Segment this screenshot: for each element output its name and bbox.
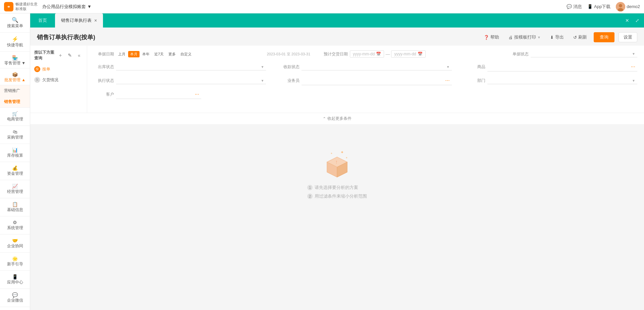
date-tab-thisyear[interactable]: 本年: [140, 51, 152, 57]
execution-arrow: ▼: [261, 79, 264, 83]
filter-date-field: 单据日期 上月 本月 本年 近7天 更多 自定义: [94, 51, 265, 57]
sidebar-item-system[interactable]: ⚙ 系统管理: [0, 216, 30, 235]
collapse-scheme-btn[interactable]: «: [75, 52, 83, 59]
sidebar-item-enterprise[interactable]: 🤝 企业协同: [0, 235, 30, 253]
scheme-item-overdue[interactable]: 欠 欠货情况: [30, 74, 87, 85]
divider: [30, 124, 644, 127]
delivery-label: 出库状态: [94, 64, 114, 70]
operations-icon: 📈: [12, 184, 18, 189]
top-bar: 畅捷通好生意 标准版 办公用品行业模拟账套 ▼ 💬 消息 📱 App下载: [0, 0, 644, 13]
print-btn[interactable]: 🖨 按模板打印 ▼: [506, 33, 543, 42]
sidebar-item-apps[interactable]: 📱 应用中心: [0, 271, 30, 289]
salesman-dots-btn[interactable]: ···: [445, 78, 449, 84]
page-header-actions: ❓ 帮助 🖨 按模板打印 ▼ ⬇ 导出 ↺ 刷新: [481, 32, 637, 42]
inventory-icon: 📊: [12, 147, 18, 153]
dept-select[interactable]: ▼: [487, 78, 637, 84]
date-tab-custom[interactable]: 自定义: [178, 51, 194, 57]
sidebar-item-finance[interactable]: 💰 资金管理: [0, 162, 30, 180]
dept-arrow: ▼: [632, 79, 635, 83]
product-dots-btn[interactable]: ···: [631, 64, 635, 70]
main-layout: 🔍 搜索菜单 ⚡ 快捷导航 🏪 零售管理 ▼ 📦 批发管理 ▲ 营销推广 销售管…: [0, 13, 644, 310]
tab-close-icon[interactable]: ×: [94, 18, 97, 23]
collection-select[interactable]: ▼: [302, 64, 451, 70]
purchase-icon: 🛍: [13, 129, 17, 135]
logo-area: 畅捷通好生意 标准版: [4, 2, 38, 11]
filter-salesman-field: 业务员 ···: [279, 76, 451, 85]
collapse-bar[interactable]: ⌃ 收起更多条件: [30, 113, 644, 124]
refresh-btn[interactable]: ↺ 刷新: [571, 33, 590, 42]
system-icon: ⚙: [13, 220, 17, 225]
logo-icon: [4, 2, 13, 11]
empty-text: 1 请先选择要分析的方案 2 用过滤条件来缩小分析范围: [307, 185, 367, 199]
help-btn[interactable]: ❓ 帮助: [481, 33, 502, 42]
sidebar-item-retail[interactable]: 🏪 零售管理 ▼: [0, 52, 30, 68]
app-selector-arrow: ▼: [87, 4, 92, 9]
refresh-icon: ↺: [573, 35, 577, 40]
tab-home[interactable]: 首页: [30, 13, 55, 28]
sidebar-item-search[interactable]: 🔍 搜索菜单: [0, 13, 30, 33]
tab-sales-order[interactable]: 销售订单执行表 ×: [55, 13, 103, 28]
quicknav-icon: ⚡: [12, 36, 18, 42]
settings-button[interactable]: 设置: [619, 32, 637, 42]
expected-date-start[interactable]: yyyy-mm-dd 📅: [350, 50, 384, 58]
filter-row-2: 出库状态 ▼ 收款状态 ▼: [94, 62, 637, 71]
status-select[interactable]: ▼: [531, 51, 637, 57]
export-icon: ⬇: [550, 35, 554, 40]
delivery-select[interactable]: ▼: [116, 64, 266, 70]
sidebar-item-purchase[interactable]: 🛍 采购管理: [0, 126, 30, 144]
collection-arrow: ▼: [446, 65, 450, 69]
export-btn[interactable]: ⬇ 导出: [547, 33, 567, 42]
retail-icon: 🏪: [12, 55, 18, 60]
date-tab-more[interactable]: 更多: [166, 51, 178, 57]
sidebar-item-basic[interactable]: 📋 基础信息: [0, 198, 30, 216]
edit-scheme-btn[interactable]: ✎: [66, 52, 73, 59]
scheme-item-by-order[interactable]: 按 按单: [30, 64, 87, 74]
scheme-icon-overdue: 欠: [34, 77, 40, 83]
query-button[interactable]: 查询: [594, 32, 614, 42]
date-tab-lastmonth[interactable]: 上月: [116, 51, 127, 57]
app-selector[interactable]: 办公用品行业模拟账套 ▼: [40, 3, 94, 10]
content-area: 首页 销售订单执行表 × ✕ ⤢ 销售订单执行表(按单) ❓ 帮助: [30, 13, 644, 310]
filter-dept-field: 部门 ▼: [465, 78, 637, 84]
empty-hint-2: 2 用过滤条件来缩小分析范围: [307, 193, 367, 199]
execution-select[interactable]: ▼: [116, 78, 266, 84]
date-group: 上月 本月 本年 近7天 更多 自定义: [116, 51, 265, 57]
collapse-arrow-icon: ⌃: [323, 116, 326, 121]
svg-text:✦: ✦: [340, 150, 344, 155]
expected-date-end[interactable]: yyyy-mm-dd 📅: [391, 50, 425, 58]
filter-product-field: 商品 ···: [465, 62, 637, 71]
product-input-area: ···: [487, 62, 637, 71]
window-close-icon[interactable]: ✕: [623, 16, 631, 24]
ecommerce-icon: 🛒: [12, 111, 18, 116]
search-icon: 🔍: [12, 17, 18, 23]
salesman-input-area: ···: [302, 76, 451, 85]
add-scheme-btn[interactable]: +: [57, 52, 64, 59]
sidebar-item-marketing[interactable]: 营销推广: [0, 85, 30, 96]
svg-text:✦: ✦: [330, 152, 333, 155]
avatar: [616, 2, 625, 11]
empty-state: ✦ ✦ ✦ ↑ 1 请先选择要分析的方案 2 用过滤条件来缩小分析范围: [30, 127, 644, 219]
sidebar-item-sales[interactable]: 销售管理: [0, 96, 30, 107]
sidebar-item-wechat[interactable]: 💬 企业微信: [0, 289, 30, 307]
top-bar-right: 💬 消息 📱 App下载 demo2: [567, 2, 640, 11]
window-max-icon[interactable]: ⤢: [633, 16, 641, 24]
enterprise-icon: 🤝: [12, 238, 18, 243]
filter-collection-field: 收款状态 ▼: [279, 64, 451, 70]
sidebar-item-ecommerce[interactable]: 🛒 电商管理: [0, 108, 30, 126]
calendar-icon-end: 📅: [418, 52, 423, 56]
filter-scheme-header: 按以下方案查询 + ✎ «: [30, 50, 87, 64]
date-tab-thismonth[interactable]: 本月: [128, 51, 140, 57]
sidebar-item-member[interactable]: 👑 畅会员: [0, 307, 30, 310]
user-area[interactable]: demo2: [616, 2, 640, 11]
customer-dots-btn[interactable]: ···: [195, 91, 199, 97]
message-icon: 💬: [567, 4, 572, 9]
message-btn[interactable]: 💬 消息: [567, 4, 582, 10]
sidebar-item-newbie[interactable]: 🌟 新手引导: [0, 253, 30, 271]
sidebar-item-operations[interactable]: 📈 经营管理: [0, 180, 30, 198]
download-icon: 📱: [587, 4, 593, 9]
date-tab-7days[interactable]: 近7天: [152, 51, 166, 57]
sidebar-item-wholesale[interactable]: 📦 批发管理 ▲: [0, 68, 30, 85]
sidebar-item-quicknav[interactable]: ⚡ 快捷导航: [0, 33, 30, 52]
download-btn[interactable]: 📱 App下载: [587, 4, 610, 10]
sidebar-item-inventory[interactable]: 📊 库存核算: [0, 144, 30, 162]
